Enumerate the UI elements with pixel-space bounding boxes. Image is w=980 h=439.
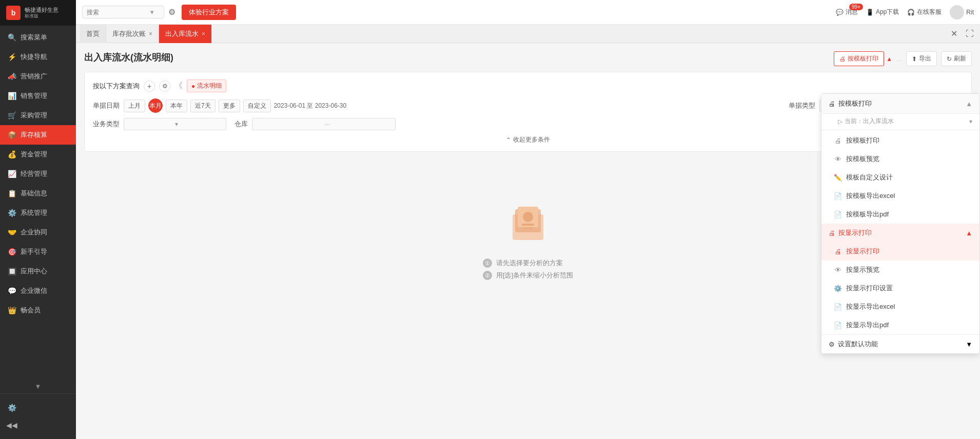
dropdown-divider-1 — [821, 130, 979, 130]
tabbar: 首页 库存批次账 × 出入库流水 × ✕ ⛶ — [76, 25, 980, 43]
dropdown-item-display-export-excel[interactable]: 📄 按显示导出excel — [821, 297, 979, 316]
filter-collapse-arrow[interactable]: 《 — [174, 81, 183, 91]
search-input[interactable] — [87, 9, 148, 16]
search-chevron-icon[interactable]: ▾ — [150, 8, 154, 16]
business-type-chevron-icon: ▾ — [175, 121, 222, 128]
warehouse-more-icon[interactable]: ··· — [325, 121, 391, 128]
sidebar-item-wechat[interactable]: 💬 企业微信 — [0, 281, 76, 301]
dropdown-display-section-title: 🖨 按显示打印 — [829, 228, 872, 237]
message-btn[interactable]: 💬 消息 99+ — [836, 8, 858, 16]
current-template-icon: ▷ — [838, 118, 842, 125]
empty-step-2: ② 用[选]条件来缩小分析范围 — [483, 271, 573, 280]
username-label: Rit — [966, 9, 974, 16]
dropdown-item-template-print[interactable]: 🖨 按模板打印 — [821, 131, 979, 150]
svg-point-3 — [523, 212, 533, 222]
message-badge: 99+ — [849, 4, 863, 10]
sidebar-item-app-center[interactable]: 🔲 应用中心 — [0, 262, 76, 281]
sidebar-item-enterprise[interactable]: 🤝 企业协同 — [0, 223, 76, 242]
page-title: 出入库流水(流水明细) — [84, 51, 173, 64]
sidebar-item-search[interactable]: 🔍 搜索菜单 — [0, 28, 76, 47]
settings-icon: ⚙️ — [7, 403, 16, 412]
date-btn-more[interactable]: 更多 — [219, 99, 240, 112]
filter-title: 按以下方案查询 — [93, 82, 140, 91]
user-area[interactable]: Rit — [950, 5, 974, 19]
system-icon: ⚙️ — [7, 208, 16, 217]
print-dropdown-trigger[interactable]: 🖨 按模板打印 ▲ — [834, 51, 892, 66]
display-pdf-icon: 📄 — [834, 321, 842, 329]
filter-add-btn[interactable]: + — [144, 81, 155, 92]
dropdown-item-display-preview[interactable]: 👁 按显示预览 — [821, 261, 979, 279]
sidebar-settings-btn[interactable]: ⚙️ — [0, 399, 76, 416]
sidebar-scroll-down[interactable]: ▼ — [0, 380, 76, 393]
step-1-number: ① — [483, 258, 492, 268]
dropdown-item-template-preview[interactable]: 👁 按模板预览 — [821, 150, 979, 168]
purchase-icon: 🛒 — [7, 111, 16, 120]
refresh-btn[interactable]: ↻ 刷新 — [941, 51, 972, 66]
dropdown-item-display-print-settings[interactable]: ⚙️ 按显示打印设置 — [821, 279, 979, 297]
wechat-icon: 💬 — [7, 286, 16, 295]
enterprise-icon: 🤝 — [7, 228, 16, 237]
sidebar-bottom: ⚙️ ◀◀ — [0, 393, 76, 439]
tab-home[interactable]: 首页 — [80, 25, 106, 43]
dropdown-item-template-custom[interactable]: ✏️ 模板自定义设计 — [821, 168, 979, 187]
filter-settings-btn[interactable]: ⚙ — [159, 81, 170, 92]
sidebar-item-inventory[interactable]: 📦 库存核算 — [0, 125, 76, 145]
date-btn-last-month[interactable]: 上月 — [124, 99, 145, 112]
business-type-select[interactable]: ▾ — [124, 118, 226, 130]
export-btn[interactable]: ⬆ 导出 — [906, 51, 937, 66]
toolbar-divider: ... — [896, 55, 902, 63]
warehouse-filter-item: 仓库 ··· — [234, 118, 396, 130]
tab-flow-close-btn[interactable]: × — [202, 30, 205, 37]
print-dropdown-chevron-icon[interactable]: ▲ — [886, 55, 892, 63]
date-filter-item: 单据日期 上月 本月 本年 近7天 更多 自定义 2023-06-01 至 20… — [93, 98, 346, 113]
topbar-search-box[interactable]: ▾ — [82, 6, 164, 18]
tab-batch[interactable]: 库存批次账 × — [106, 25, 159, 43]
sidebar-item-purchase[interactable]: 🛒 采购管理 — [0, 106, 76, 125]
sidebar-item-quick-nav[interactable]: ⚡ 快捷导航 — [0, 47, 76, 67]
sidebar-item-member[interactable]: 👑 畅会员 — [0, 301, 76, 320]
print-btn[interactable]: 🖨 按模板打印 — [834, 51, 884, 66]
dropdown-item-template-export-pdf[interactable]: 📄 按模板导出pdf — [821, 205, 979, 224]
svg-rect-4 — [522, 224, 534, 226]
dropdown-header-title: 🖨 按模板打印 — [829, 99, 872, 108]
sidebar-item-finance[interactable]: 💰 资金管理 — [0, 145, 76, 164]
operation-icon: 📈 — [7, 169, 16, 178]
sidebar-item-operation[interactable]: 📈 经营管理 — [0, 164, 76, 184]
main-area: ▾ ⚙ 体验行业方案 💬 消息 99+ 📱 App下载 🎧 在线客服 Rit — [76, 0, 980, 439]
filter-header: 按以下方案查询 + ⚙ 《 ● 流水明细 — [93, 79, 963, 92]
chevron-up-icon: ⌃ — [506, 136, 511, 144]
date-btn-7days[interactable]: 近7天 — [190, 99, 215, 112]
topbar-gear-icon[interactable]: ⚙ — [168, 7, 175, 17]
dropdown-item-display-print[interactable]: 🖨 按显示打印 — [821, 242, 979, 261]
app-logo-icon: b — [6, 6, 21, 20]
topbar: ▾ ⚙ 体验行业方案 💬 消息 99+ 📱 App下载 🎧 在线客服 Rit — [76, 0, 980, 25]
business-type-filter-item: 业务类型 ▾ — [93, 118, 226, 130]
tab-close-all-btn[interactable]: ✕ — [949, 28, 959, 39]
tab-maximize-btn[interactable]: ⛶ — [964, 28, 976, 39]
date-btn-custom[interactable]: 自定义 — [243, 99, 271, 112]
lightning-icon: ⚡ — [7, 52, 16, 62]
sidebar-item-marketing[interactable]: 📣 营销推广 — [0, 67, 76, 86]
date-btn-this-month[interactable]: 本月 — [148, 98, 163, 113]
tab-flow[interactable]: 出入库流水 × — [159, 25, 212, 43]
template-custom-icon: ✏️ — [834, 173, 842, 182]
warehouse-select[interactable]: ··· — [252, 118, 396, 130]
dropdown-display-section-header[interactable]: 🖨 按显示打印 ▲ — [821, 224, 979, 242]
sidebar-item-sales[interactable]: 📊 销售管理 — [0, 86, 76, 106]
dropdown-item-template-export-excel[interactable]: 📄 按模板导出excel — [821, 187, 979, 205]
app-download-btn[interactable]: 📱 App下载 — [866, 8, 899, 16]
industry-btn[interactable]: 体验行业方案 — [182, 5, 236, 20]
online-service-btn[interactable]: 🎧 在线客服 — [907, 8, 942, 16]
empty-steps-list: ① 请先选择要分析的方案 ② 用[选]条件来缩小分析范围 — [483, 258, 573, 283]
sidebar-item-base-info[interactable]: 📋 基础信息 — [0, 184, 76, 203]
template-print-icon: 🖨 — [834, 136, 842, 145]
dropdown-item-display-export-pdf[interactable]: 📄 按显示导出pdf — [821, 316, 979, 334]
sidebar-item-guide[interactable]: 🎯 新手引导 — [0, 242, 76, 262]
tabbar-controls: ✕ ⛶ — [949, 28, 976, 39]
sidebar-collapse-btn[interactable]: ◀◀ — [0, 416, 76, 434]
sidebar-item-system[interactable]: ⚙️ 系统管理 — [0, 203, 76, 223]
tab-batch-close-btn[interactable]: × — [149, 30, 152, 37]
dropdown-footer[interactable]: ⚙ 设置默认功能 ▼ — [821, 334, 979, 353]
dropdown-header-chevron-icon[interactable]: ▲ — [966, 100, 972, 108]
date-btn-this-year[interactable]: 本年 — [166, 99, 187, 112]
